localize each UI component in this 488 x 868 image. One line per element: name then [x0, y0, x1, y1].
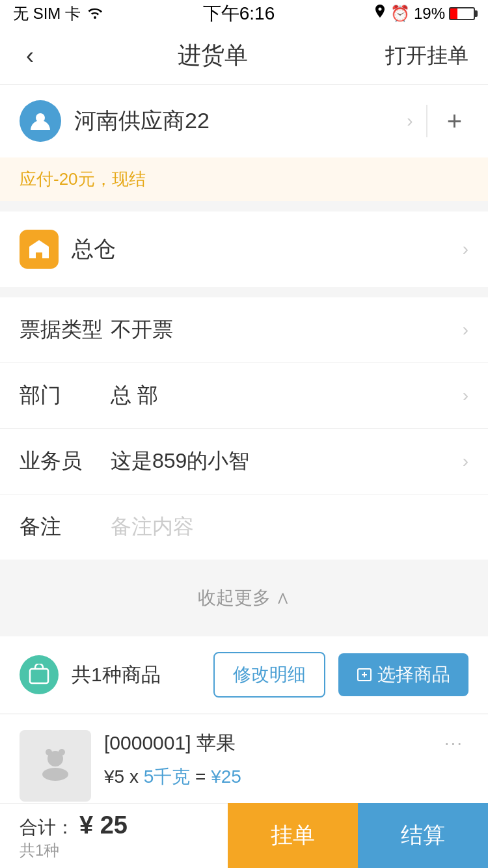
invoice-value: 不开票	[104, 316, 463, 344]
svg-rect-1	[30, 669, 48, 683]
warehouse-name: 总仓	[72, 234, 463, 264]
product-more-button[interactable]: ···	[439, 730, 468, 756]
pending-button[interactable]: 挂单	[228, 803, 358, 868]
status-right: ⏰ 19%	[373, 5, 475, 23]
settle-button[interactable]: 结算	[358, 803, 488, 868]
product-count-label: 共1种商品	[72, 662, 200, 688]
warehouse-arrow-icon: ›	[463, 239, 468, 260]
status-time: 下午6:16	[203, 1, 275, 26]
edit-detail-button[interactable]: 修改明细	[213, 652, 325, 698]
dept-arrow-icon: ›	[463, 385, 468, 406]
supplier-add-button[interactable]: +	[441, 107, 468, 136]
form-section: 票据类型 不开票 › 部门 总 部 › 业务员 这是859的小智 › 备注 备注…	[0, 297, 488, 560]
notice-text: 应付-20元，现结	[20, 169, 146, 189]
alarm-icon: ⏰	[390, 5, 410, 23]
product-thumbnail	[20, 730, 91, 802]
invoice-row[interactable]: 票据类型 不开票 ›	[0, 297, 488, 363]
battery-icon	[449, 7, 475, 20]
open-pending-button[interactable]: 打开挂单	[385, 42, 468, 70]
total-amount: ¥ 25	[79, 811, 128, 839]
product-price: ¥5 x 5千克 = ¥25	[104, 765, 426, 789]
remark-input[interactable]: 备注内容	[104, 513, 468, 541]
collapse-label: 收起更多 ∧	[198, 586, 291, 610]
supplier-section: 河南供应商22 › +	[0, 85, 488, 157]
product-quantity: 5千克	[144, 766, 191, 787]
product-thumb-placeholder	[33, 740, 78, 791]
battery-percent: 19%	[414, 5, 445, 23]
product-header: 共1种商品 修改明细 选择商品	[0, 636, 488, 713]
supplier-avatar	[20, 100, 61, 142]
remark-label: 备注	[20, 513, 104, 541]
page-title: 进货单	[178, 40, 248, 72]
wifi-icon	[86, 5, 104, 23]
product-info: [0000001] 苹果 ¥5 x 5千克 = ¥25	[104, 730, 426, 789]
supplier-name: 河南供应商22	[74, 106, 407, 136]
product-code: [0000001]	[104, 732, 191, 753]
supplier-row[interactable]: 河南供应商22 › +	[0, 85, 488, 157]
dept-label: 部门	[20, 381, 104, 410]
supplier-divider	[426, 105, 427, 137]
status-left: 无 SIM 卡	[13, 3, 104, 24]
notice-bar: 应付-20元，现结	[0, 157, 488, 201]
sim-status: 无 SIM 卡	[13, 3, 81, 24]
salesperson-row[interactable]: 业务员 这是859的小智 ›	[0, 429, 488, 495]
product-title: 苹果	[197, 732, 236, 753]
salesperson-value: 这是859的小智	[104, 447, 463, 476]
invoice-label: 票据类型	[20, 316, 104, 344]
svg-point-6	[42, 768, 68, 781]
total-count: 共1种	[20, 840, 208, 861]
total-label: 合计：	[20, 815, 74, 840]
dept-value: 总 部	[104, 381, 463, 410]
location-icon	[373, 5, 386, 23]
svg-point-7	[46, 749, 52, 755]
back-button[interactable]: ‹	[20, 36, 40, 76]
select-product-label: 选择商品	[377, 662, 450, 687]
product-item: [0000001] 苹果 ¥5 x 5千克 = ¥25 ···	[0, 714, 488, 817]
invoice-arrow-icon: ›	[463, 319, 468, 340]
collapse-row[interactable]: 收起更多 ∧	[0, 570, 488, 626]
nav-bar: ‹ 进货单 打开挂单	[0, 27, 488, 85]
bottom-bar: 合计： ¥ 25 共1种 挂单 结算	[0, 803, 488, 868]
select-product-button[interactable]: 选择商品	[338, 653, 468, 696]
product-icon	[20, 655, 59, 694]
content-area: 河南供应商22 › + 应付-20元，现结 总仓 › 票据类型 不开票 › 部门…	[0, 85, 488, 868]
supplier-arrow-icon: ›	[407, 111, 413, 131]
remark-row[interactable]: 备注 备注内容	[0, 495, 488, 560]
product-name: [0000001] 苹果	[104, 730, 426, 757]
svg-point-8	[59, 749, 65, 755]
product-total: ¥25	[211, 766, 241, 787]
dept-row[interactable]: 部门 总 部 ›	[0, 363, 488, 429]
total-row: 合计： ¥ 25	[20, 811, 208, 840]
salesperson-arrow-icon: ›	[463, 451, 468, 472]
salesperson-label: 业务员	[20, 447, 104, 476]
bottom-total: 合计： ¥ 25 共1种	[0, 803, 228, 868]
status-bar: 无 SIM 卡 下午6:16 ⏰ 19%	[0, 0, 488, 27]
warehouse-icon	[20, 230, 59, 269]
warehouse-row[interactable]: 总仓 ›	[0, 211, 488, 287]
